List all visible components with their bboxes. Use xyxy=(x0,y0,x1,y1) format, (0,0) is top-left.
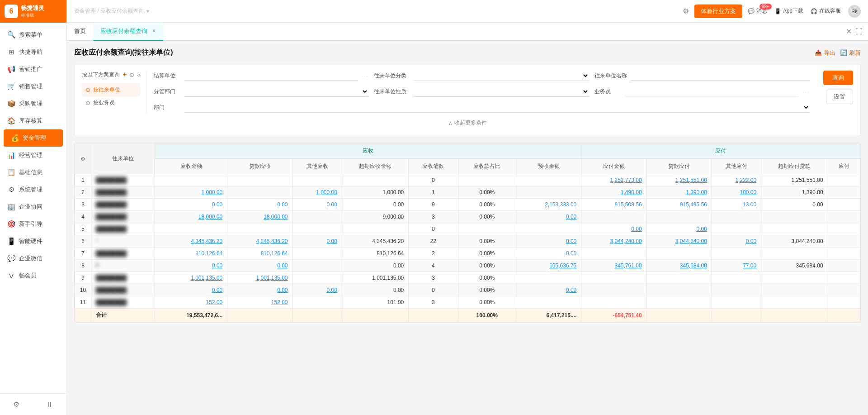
add-scheme-icon[interactable]: + xyxy=(123,71,127,79)
table-row: 6 ^ 4,345,436.20 4,345,436.20 0.00 4,345… xyxy=(75,235,860,248)
tab-ar-ap[interactable]: 应收应付余额查询 ✕ xyxy=(93,23,163,41)
sidebar-item-search[interactable]: 🔍 搜索菜单 xyxy=(0,26,66,43)
cell-ap-loan: 1,390.00 xyxy=(646,186,712,199)
refresh-button[interactable]: 🔄 刷新 xyxy=(840,49,861,57)
edit-scheme-icon[interactable]: ⊙ xyxy=(129,72,134,78)
tab-close-icon[interactable]: ✕ xyxy=(152,28,156,34)
wanglai-fenlei-label: 往来单位分类 xyxy=(374,72,410,80)
sidebar-item-wechat[interactable]: 💬 企业微信 xyxy=(0,250,66,267)
export-button[interactable]: 📤 导出 xyxy=(815,49,835,57)
cell-ar-loan: 18,000.00 xyxy=(227,211,292,223)
collapse-button[interactable]: ∧ 收起更多条件 xyxy=(82,116,853,129)
settings-footer-icon[interactable]: ⚙ xyxy=(9,398,23,410)
table-row: 3 ████████ 0.00 0.00 0.00 0.00 9 0.00% 2… xyxy=(75,199,860,211)
promo-button[interactable]: 体验行业方案 xyxy=(694,5,742,18)
cell-ap-extra xyxy=(828,174,860,186)
collapse-label: 收起更多条件 xyxy=(454,119,487,127)
sidebar-item-quick[interactable]: ⊞ 快捷导航 xyxy=(0,43,66,61)
cell-partner: ████████ xyxy=(91,284,155,296)
cell-ar-loan xyxy=(227,223,292,235)
table-settings-icon[interactable]: ⚙ xyxy=(80,156,85,162)
sidebar-icon-hardware: 📱 xyxy=(7,237,15,245)
table-row: 4 ████████ 18,000.00 18,000.00 9,000.00 … xyxy=(75,211,860,223)
cell-ar-overdue: 1,000.00 xyxy=(342,186,408,199)
sidebar-label-purchase: 采购管理 xyxy=(19,100,42,108)
sidebar-icon-basic: 📋 xyxy=(7,168,15,176)
cell-ar-prepay: 655,636.75 xyxy=(516,260,581,272)
cell-ar-overdue xyxy=(342,174,408,186)
sidebar-item-inventory[interactable]: 🏠 库存核算 xyxy=(0,112,66,129)
cell-ap-overdue xyxy=(761,223,828,235)
cell-ar-ratio: 0.00% xyxy=(458,248,516,260)
scheme-by-partner[interactable]: ⊙ 按往来单位 xyxy=(82,83,141,96)
sidebar-item-system[interactable]: ⚙ 系统管理 xyxy=(0,181,66,198)
cell-ar-count: 22 xyxy=(409,235,458,248)
settings-icon[interactable]: ⚙ xyxy=(683,7,689,15)
wanglai-fenlei-select[interactable] xyxy=(414,71,589,81)
refresh-label: 刷新 xyxy=(849,49,861,57)
sidebar-item-corp[interactable]: 🏢 企业协同 xyxy=(0,198,66,215)
th-ap-group: 应付 xyxy=(581,143,860,159)
cell-row-num: 10 xyxy=(75,284,91,296)
jiesuan-input[interactable] xyxy=(184,71,358,81)
user-avatar[interactable]: Rit xyxy=(848,5,861,18)
cell-ap-loan: 915,495.56 xyxy=(646,199,712,211)
cell-ar-loan: 0.00 xyxy=(227,260,292,272)
cell-ar-ratio: 0.00% xyxy=(458,284,516,296)
page-header: 应收应付余额查询(按往来单位) 📤 导出 🔄 刷新 xyxy=(74,48,861,57)
wanglai-xingzhi-select[interactable] xyxy=(414,86,589,97)
sidebar-item-hardware[interactable]: 📱 智能硬件 xyxy=(0,233,66,250)
cell-ar-prepay xyxy=(516,296,581,309)
th-ar-group: 应收 xyxy=(155,143,581,159)
scheme-partner-icon: ⊙ xyxy=(85,86,90,93)
collapse-footer-icon[interactable]: ⏸ xyxy=(42,399,57,410)
tab-bar-actions: ✕ ⛶ xyxy=(846,27,868,36)
query-button[interactable]: 查询 xyxy=(823,71,853,85)
logo-name: 畅捷通灵 xyxy=(21,4,44,12)
total-ar-other xyxy=(292,309,342,322)
fenguan-select[interactable] xyxy=(184,86,369,97)
filter-dept-row: 部门 xyxy=(154,102,810,113)
cell-ap-extra xyxy=(828,296,860,309)
tab-home[interactable]: 首页 xyxy=(67,23,93,41)
maximize-icon[interactable]: ⛶ xyxy=(855,28,863,36)
close-window-icon[interactable]: ✕ xyxy=(846,27,852,36)
th-ar-overdue: 超期应收金额 xyxy=(342,159,408,174)
cell-ar-overdue: 0.00 xyxy=(342,284,408,296)
sidebar-item-purchase[interactable]: 📦 采购管理 xyxy=(0,95,66,112)
sidebar-item-marketing[interactable]: 📢 营销推广 xyxy=(0,61,66,78)
settings-button[interactable]: 设置 xyxy=(826,90,853,104)
sidebar-item-member[interactable]: V 畅会员 xyxy=(0,267,66,284)
sidebar-item-finance[interactable]: 💰 资金管理 xyxy=(4,129,63,147)
sidebar-icon-operation: 📊 xyxy=(7,151,15,159)
sidebar-item-guide[interactable]: 🎯 新手引导 xyxy=(0,215,66,233)
sidebar-item-basic[interactable]: 📋 基础信息 xyxy=(0,164,66,181)
table-row: 9 ████████ 1,001,135.00 1,001,135.00 1,0… xyxy=(75,272,860,284)
service-button[interactable]: 🎧 在线客服 xyxy=(811,7,841,15)
cell-ar-other xyxy=(292,260,342,272)
sidebar-item-sales[interactable]: 🛒 销售管理 xyxy=(0,78,66,95)
page-title: 应收应付余额查询(按往来单位) xyxy=(74,48,173,57)
cell-ap-amount: 1,252,773.00 xyxy=(581,174,646,186)
cell-ar-count: 9 xyxy=(409,199,458,211)
cell-ar-amount: 0.00 xyxy=(155,260,227,272)
cell-ap-loan xyxy=(646,272,712,284)
sidebar-icon-finance: 💰 xyxy=(11,134,19,142)
cell-ar-overdue: 9,000.00 xyxy=(342,211,408,223)
cell-ar-overdue xyxy=(342,223,408,235)
sidebar-label-hardware: 智能硬件 xyxy=(19,237,42,245)
sidebar-icon-purchase: 📦 xyxy=(7,100,15,108)
collapse-scheme-icon[interactable]: « xyxy=(137,72,140,78)
app-download-button[interactable]: 📱 App下载 xyxy=(774,7,803,15)
yewuyuan-input[interactable] xyxy=(625,87,799,96)
sidebar-footer: ⚙ ⏸ xyxy=(0,393,66,415)
scheme-by-salesperson[interactable]: ⊙ 按业务员 xyxy=(82,96,141,110)
th-settings[interactable]: ⚙ xyxy=(75,143,91,174)
sidebar-item-operation[interactable]: 📊 经营管理 xyxy=(0,147,66,164)
logo-sub: 标准版 xyxy=(21,12,44,19)
wanglai-name-input[interactable] xyxy=(631,71,810,81)
filter-wanglai-xingzhi: 往来单位性质 xyxy=(374,86,589,97)
cell-ar-overdue: 101.00 xyxy=(342,296,408,309)
messages-button[interactable]: 💬 消息 99+ xyxy=(748,7,767,15)
dept-select[interactable] xyxy=(184,102,810,113)
